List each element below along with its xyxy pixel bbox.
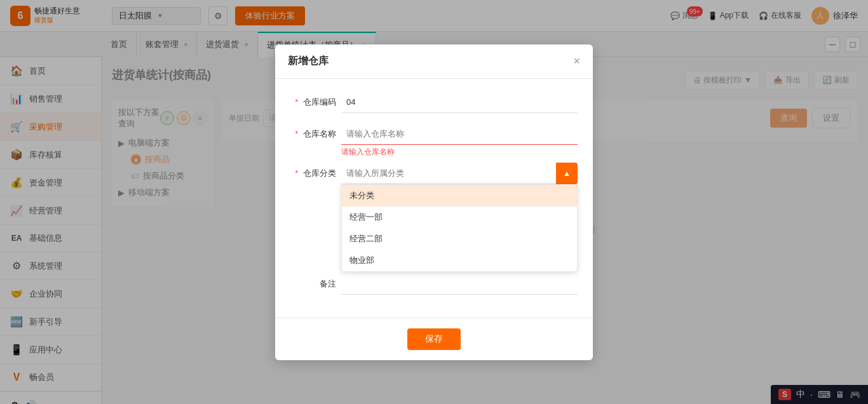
chevron-up-icon: ▲ — [563, 169, 571, 178]
warehouse-name-input[interactable] — [341, 123, 578, 145]
notes-label: 备注 — [290, 273, 341, 290]
category-dropdown-toggle[interactable]: ▲ — [556, 163, 578, 184]
warehouse-code-input[interactable] — [341, 91, 578, 113]
modal-header: 新增仓库 × — [275, 44, 593, 79]
modal-new-warehouse: 新增仓库 × * 仓库编码 * 仓库名称 请输入仓库名称 — [275, 44, 593, 360]
code-label: * 仓库编码 — [290, 91, 341, 108]
dropdown-item-dept2[interactable]: 经营二部 — [342, 228, 577, 250]
warehouse-category-input[interactable] — [341, 163, 578, 184]
warehouse-code-row: * 仓库编码 — [290, 91, 578, 113]
warehouse-category-row: * 仓库分类 ▲ 未分类 经营一部 — [290, 163, 578, 184]
modal-overlay: 新增仓库 × * 仓库编码 * 仓库名称 请输入仓库名称 — [0, 0, 868, 404]
modal-close-button[interactable]: × — [573, 55, 580, 67]
modal-save-button[interactable]: 保存 — [407, 328, 461, 350]
warehouse-name-row: * 仓库名称 请输入仓库名称 — [290, 123, 578, 145]
category-label: * 仓库分类 — [290, 163, 341, 179]
modal-title: 新增仓库 — [288, 55, 329, 68]
name-label: * 仓库名称 — [290, 123, 341, 140]
category-dropdown-list: 未分类 经营一部 经营二部 物业部 — [341, 184, 578, 272]
modal-footer: 保存 — [275, 318, 593, 360]
dropdown-item-property[interactable]: 物业部 — [342, 250, 577, 271]
warehouse-notes-row: 备注 — [290, 273, 578, 295]
category-input-wrapper: ▲ 未分类 经营一部 经营二部 物业部 — [341, 163, 578, 184]
name-error-message: 请输入仓库名称 — [341, 147, 395, 158]
dropdown-item-dept1[interactable]: 经营一部 — [342, 206, 577, 228]
warehouse-notes-input[interactable] — [341, 273, 578, 295]
dropdown-item-unclassified[interactable]: 未分类 — [342, 185, 577, 206]
modal-body: * 仓库编码 * 仓库名称 请输入仓库名称 * — [275, 79, 593, 318]
